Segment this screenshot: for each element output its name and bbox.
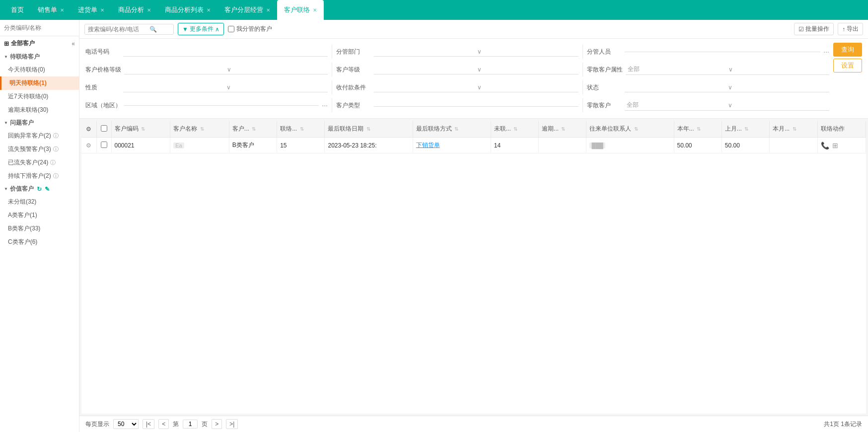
sort-icon[interactable]: ⇅ [300, 126, 304, 132]
filter-payment-select[interactable]: ∨ [374, 83, 579, 92]
sort-icon[interactable]: ⇅ [513, 126, 517, 132]
filter-customer-level-select[interactable]: ∨ [374, 65, 579, 74]
filter-customer-type-label: 客户类型 [336, 101, 371, 110]
filter-scatter-attr-select[interactable]: 全部 ∨ [626, 64, 829, 75]
my-customers-checkbox[interactable]: 我分管的客户 [228, 25, 272, 33]
filter-phone-label: 电话号码 [85, 48, 120, 56]
filter-status: 状态 ∨ [587, 83, 829, 92]
close-icon[interactable]: ✕ [60, 7, 64, 13]
search-box: 🔍 [84, 24, 174, 35]
sidebar-all-customers[interactable]: ⊞ 全部客户 « [0, 36, 79, 51]
chevron-down-icon: ∨ [227, 66, 326, 73]
filter-phone: 电话号码 [85, 47, 328, 57]
nav-customer-contact[interactable]: 客户联络 ✕ [277, 0, 324, 20]
sidebar-item-repurchase[interactable]: 回购异常客户(2) ⓘ [0, 129, 79, 143]
nav-customer-segment[interactable]: 客户分层经营 ✕ [217, 0, 277, 20]
sidebar-item-c-class[interactable]: C类客户(6) [0, 235, 79, 249]
info-icon: ⓘ [53, 172, 59, 180]
filter-dept-select[interactable]: ∨ [374, 47, 579, 57]
sort-icon[interactable]: ⇅ [366, 126, 370, 132]
filter-scatter-select[interactable]: 全部 ∨ [625, 100, 829, 111]
contact-person: ███ [589, 143, 605, 148]
nav-product-analysis-list[interactable]: 商品分析列表 ✕ [158, 0, 217, 20]
filter-payment-label: 收付款条件 [336, 83, 371, 92]
nav-home[interactable]: 首页 [4, 0, 31, 20]
my-customers-check[interactable] [228, 26, 234, 32]
nav-product-analysis[interactable]: 商品分析 ✕ [111, 0, 158, 20]
close-icon[interactable]: ✕ [207, 7, 211, 13]
filter-customer-level-label: 客户等级 [336, 66, 371, 74]
sort-icon[interactable]: ⇅ [252, 126, 256, 132]
sidebar-item-churn-warning[interactable]: 流失预警客户(3) ⓘ [0, 143, 79, 156]
page-number-input[interactable] [183, 420, 198, 429]
th-code: 客户编码 ⇅ [111, 121, 170, 138]
close-icon[interactable]: ✕ [313, 7, 317, 13]
edit-icon[interactable]: ✎ [45, 186, 50, 193]
filter-customer-type: 客户类型 [336, 101, 579, 110]
batch-op-btn[interactable]: ☑ 批量操作 [794, 23, 834, 35]
filter-row-1: 电话号码 分管部门 ∨ 分管人员 [85, 43, 829, 61]
sort-icon[interactable]: ⇅ [200, 126, 204, 132]
nav-sales[interactable]: 销售单 ✕ [31, 0, 71, 20]
sidebar-item-declining[interactable]: 持续下滑客户(2) ⓘ [0, 169, 79, 183]
td-uncontacted: 14 [491, 138, 538, 153]
close-icon[interactable]: ✕ [100, 7, 104, 13]
select-all-checkbox[interactable] [101, 125, 107, 132]
sidebar-item-overdue[interactable]: 逾期未联络(30) [0, 103, 79, 117]
sidebar-group-value[interactable]: ▼ 价值客户 ↻ ✎ [0, 183, 79, 195]
sort-icon[interactable]: ⇅ [141, 126, 145, 132]
last-page-btn[interactable]: >| [226, 419, 238, 429]
per-page-select[interactable]: 50 100 200 [113, 419, 139, 429]
filter-phone-input[interactable] [123, 47, 328, 57]
chevron-down-icon: ∨ [477, 66, 577, 73]
sort-icon[interactable]: ⇅ [793, 126, 796, 132]
search-input[interactable] [88, 26, 147, 33]
sidebar-item-b-class[interactable]: B类客户(33) [0, 222, 79, 235]
sidebar-group-pending[interactable]: ▼ 待联络客户 [0, 51, 79, 63]
row-checkbox[interactable] [101, 142, 107, 148]
phone-icon[interactable]: 📞 [821, 142, 829, 149]
sort-icon[interactable]: ⇅ [697, 126, 701, 132]
first-page-btn[interactable]: |< [143, 419, 154, 429]
sidebar-item-7days[interactable]: 近7天待联络(0) [0, 90, 79, 103]
query-button[interactable]: 查询 [833, 43, 862, 57]
sidebar-item-today[interactable]: 今天待联络(0) [0, 63, 79, 76]
filter-price-level-select[interactable]: ∨ [124, 65, 328, 74]
filter-customer-type-select[interactable] [374, 104, 579, 107]
chevron-down-icon: ∨ [477, 84, 577, 91]
export-btn[interactable]: ↑ 导出 [838, 23, 863, 35]
th-name: 客户名称 ⇅ [170, 121, 229, 138]
search-icon[interactable]: 🔍 [149, 26, 157, 33]
collapse-icon[interactable]: « [72, 40, 75, 47]
filter-row-3: 性质 ∨ 收付款条件 ∨ [85, 78, 829, 96]
page-label: 第 [173, 420, 179, 429]
nav-purchase[interactable]: 进货单 ✕ [71, 0, 111, 20]
sidebar-group-problem[interactable]: ▼ 问题客户 [0, 117, 79, 129]
settings-button[interactable]: 设置 [833, 59, 862, 72]
prev-page-btn[interactable]: < [158, 419, 169, 429]
close-icon[interactable]: ✕ [147, 7, 151, 13]
more-icon[interactable]: ⊞ [832, 142, 838, 149]
filter-more-btn[interactable]: ▼ 更多条件 ∧ [178, 23, 224, 35]
refresh-icon[interactable]: ↻ [37, 186, 42, 193]
td-contact-count: 15 [277, 138, 325, 153]
content-area: 🔍 ▼ 更多条件 ∧ 我分管的客户 ☑ 批量操作 ↑ 导出 [79, 20, 868, 432]
dots-btn[interactable]: ··· [823, 48, 829, 56]
next-page-btn[interactable]: > [212, 419, 222, 429]
sort-icon[interactable]: ⇅ [454, 126, 458, 132]
sidebar-item-churned[interactable]: 已流失客户(24) ⓘ [0, 156, 79, 169]
close-icon[interactable]: ✕ [266, 7, 270, 13]
sort-icon[interactable]: ⇅ [634, 126, 638, 132]
filter-nature-select[interactable]: ∨ [123, 83, 328, 92]
sort-icon[interactable]: ⇅ [744, 126, 748, 132]
filter-scatter-attr: 零散客户属性 全部 ∨ [587, 64, 829, 75]
last-method-link[interactable]: 下销货单 [416, 142, 440, 148]
filter-status-select[interactable]: ∨ [625, 83, 829, 92]
th-this-year: 本年... ⇅ [674, 121, 722, 138]
sidebar-item-tomorrow[interactable]: 明天待联络(1) [0, 76, 79, 90]
sidebar-item-ungrouped[interactable]: 未分组(32) [0, 195, 79, 209]
dots-btn[interactable]: ··· [322, 101, 328, 109]
sidebar-search-input[interactable] [4, 24, 78, 31]
sort-icon[interactable]: ⇅ [561, 126, 565, 132]
sidebar-item-a-class[interactable]: A类客户(1) [0, 209, 79, 222]
